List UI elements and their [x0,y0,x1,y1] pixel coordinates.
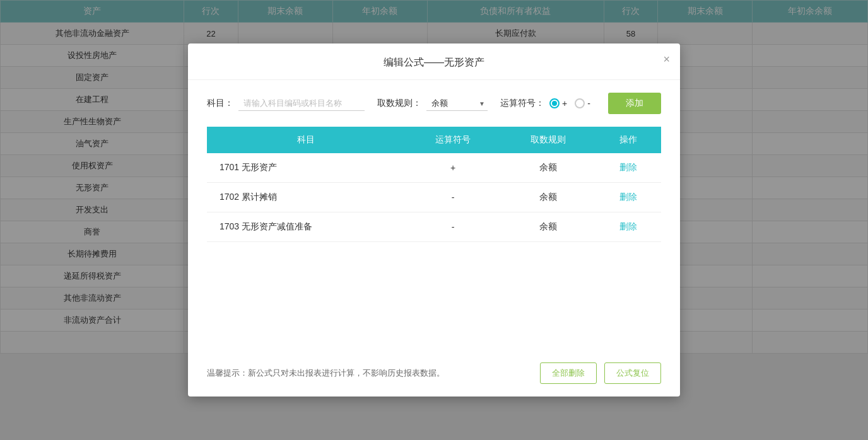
formula-rule-cell: 余额 [501,212,596,242]
modal-body: 科目： 取数规则： 余额 借方发生额 贷方发生额 ▼ 运算符号 [188,80,680,352]
table-row: 1701 无形资产+余额删除 [207,153,661,183]
delete-row-link[interactable]: 删除 [619,162,637,172]
modal-dialog: 编辑公式——无形资产 × 科目： 取数规则： 余额 借方发生额 贷方发生额 [188,43,680,397]
operator-minus-radio[interactable] [575,98,585,108]
formula-action-cell: 删除 [596,183,661,212]
table-row: 1702 累计摊销-余额删除 [207,183,661,212]
formula-table-header: 科目 [207,127,406,153]
rule-select-wrap: 余额 借方发生额 贷方发生额 ▼ [426,96,488,111]
operator-label: 运算符号： [500,98,544,109]
subject-input[interactable] [238,96,365,111]
operator-radio-group: + - [549,98,590,108]
formula-table-header: 操作 [596,127,661,153]
footer-buttons: 全部删除 公式复位 [540,362,661,384]
formula-action-cell: 删除 [596,153,661,183]
formula-operator-cell: + [406,153,501,183]
formula-subject-cell: 1701 无形资产 [207,153,406,183]
form-row: 科目： 取数规则： 余额 借方发生额 贷方发生额 ▼ 运算符号 [207,93,661,114]
rule-select[interactable]: 余额 借方发生额 贷方发生额 [426,96,488,111]
modal-close-button[interactable]: × [663,54,670,65]
formula-table-body: 1701 无形资产+余额删除1702 累计摊销-余额删除1703 无形资产减值准… [207,153,661,242]
modal-header: 编辑公式——无形资产 × [188,43,680,80]
formula-subject-cell: 1703 无形资产减值准备 [207,212,406,242]
subject-label: 科目： [207,98,233,109]
formula-table-head: 科目运算符号取数规则操作 [207,127,661,153]
formula-header-row: 科目运算符号取数规则操作 [207,127,661,153]
formula-rule-cell: 余额 [501,183,596,212]
delete-all-button[interactable]: 全部删除 [540,362,597,384]
formula-operator-cell: - [406,212,501,242]
table-row: 1703 无形资产减值准备-余额删除 [207,212,661,242]
modal-title: 编辑公式——无形资产 [384,57,484,67]
operator-plus-label: + [562,98,567,108]
subject-group: 科目： [207,96,365,111]
delete-row-link[interactable]: 删除 [619,221,637,231]
formula-operator-cell: - [406,183,501,212]
formula-action-cell: 删除 [596,212,661,242]
operator-plus-item[interactable]: + [549,98,567,108]
formula-table-header: 运算符号 [406,127,501,153]
add-button[interactable]: 添加 [608,93,661,114]
operator-plus-radio[interactable] [549,98,560,108]
delete-row-link[interactable]: 删除 [619,192,637,202]
rule-group: 取数规则： 余额 借方发生额 贷方发生额 ▼ [377,96,488,111]
reset-formula-button[interactable]: 公式复位 [604,362,661,384]
formula-table-header: 取数规则 [501,127,596,153]
operator-minus-item[interactable]: - [575,98,590,108]
modal-overlay: 编辑公式——无形资产 × 科目： 取数规则： 余额 借方发生额 贷方发生额 [0,0,868,440]
formula-table: 科目运算符号取数规则操作 1701 无形资产+余额删除1702 累计摊销-余额删… [207,127,661,242]
formula-subject-cell: 1702 累计摊销 [207,183,406,212]
modal-footer: 温馨提示：新公式只对未出报表进行计算，不影响历史报表数据。 全部删除 公式复位 [188,352,680,397]
rule-label: 取数规则： [377,98,421,109]
formula-rule-cell: 余额 [501,153,596,183]
tip-text: 温馨提示：新公式只对未出报表进行计算，不影响历史报表数据。 [207,368,445,379]
operator-minus-label: - [587,98,590,108]
operator-group: 运算符号： + - [500,98,590,109]
